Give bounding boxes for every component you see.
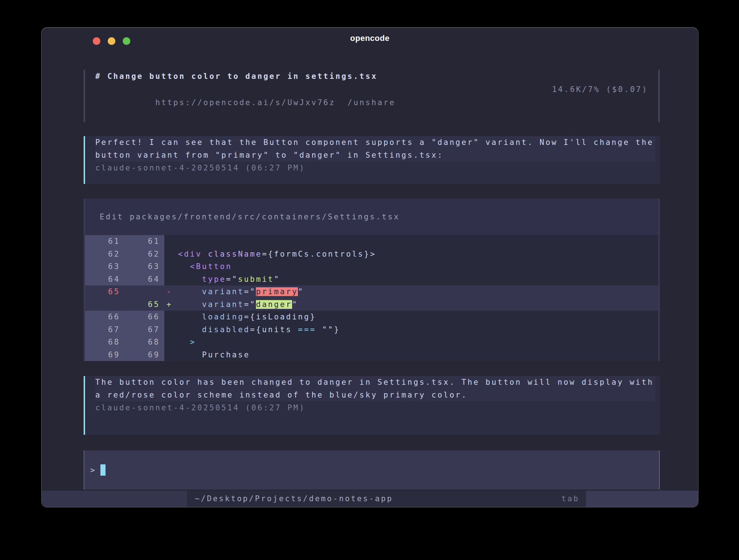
line-number-new: 66 — [124, 311, 164, 323]
diff-marker — [164, 248, 172, 261]
line-number-old: 61 — [85, 235, 124, 248]
line-number-new: 62 — [124, 248, 164, 261]
code-line: > — [172, 336, 658, 349]
opencode-window: opencode # Change button color to danger… — [41, 27, 698, 507]
assistant-message: The button color has been changed to dan… — [84, 376, 660, 435]
code-line: Purchase — [172, 349, 658, 361]
diff-row: 65+ variant="danger" — [85, 298, 658, 311]
prompt-input[interactable]: > — [84, 450, 660, 490]
line-number-old: 65 — [85, 285, 124, 298]
line-number-new: 69 — [124, 349, 164, 361]
line-number-new: 68 — [124, 336, 164, 349]
diff-row: 6161 — [85, 235, 658, 248]
edit-tool-title: Edit packages/frontend/src/containers/Se… — [85, 199, 658, 235]
line-number-new: 61 — [124, 235, 164, 248]
message-text: Perfect! I can see that the Button compo… — [95, 136, 655, 162]
conversation-pane: # Change button color to danger in setti… — [84, 28, 660, 507]
diff-marker — [164, 323, 172, 336]
diff-row: 6868 > — [85, 336, 658, 349]
context-stats: 14.6K/7% ($0.07) — [552, 83, 648, 122]
prompt-symbol: > — [90, 466, 96, 475]
diff-marker: + — [164, 298, 172, 311]
diff-marker — [164, 260, 172, 273]
code-line: variant="primary" — [172, 285, 658, 298]
working-directory: ~/Desktop/Projects/demo-notes-app — [195, 491, 562, 507]
code-line: variant="danger" — [172, 298, 658, 311]
diff-row: 6767 disabled={units === ""} — [85, 323, 658, 336]
edit-tool-card: Edit packages/frontend/src/containers/Se… — [84, 199, 660, 361]
diff-row: 6666 loading={isLoading} — [85, 311, 658, 323]
diff-marker — [164, 311, 172, 323]
diff-marker — [164, 273, 172, 286]
line-number-old: 68 — [85, 336, 124, 349]
diff-marker — [164, 235, 172, 248]
message-meta: claude-sonnet-4-20250514 (06:27 PM) — [95, 162, 655, 174]
diff-row: 6363 <Button — [85, 260, 658, 273]
message-text: The button color has been changed to dan… — [95, 376, 655, 402]
line-number-new — [124, 285, 164, 298]
diff-marker: - — [164, 285, 172, 298]
diff-marker — [164, 349, 172, 361]
line-number-old: 69 — [85, 349, 124, 361]
line-number-new: 63 — [124, 260, 164, 273]
code-line: <div className={formCs.controls}> — [172, 248, 658, 261]
line-number-new: 67 — [124, 323, 164, 336]
status-bar: opencode v0.3.11 ~/Desktop/Projects/demo… — [42, 491, 698, 507]
mode-toggle[interactable]: BUILD MODE — [586, 491, 698, 507]
code-line: disabled={units === ""} — [172, 323, 658, 336]
code-line — [172, 235, 658, 248]
code-line: loading={isLoading} — [172, 311, 658, 323]
session-header: # Change button color to danger in setti… — [84, 70, 660, 122]
text-cursor — [100, 464, 106, 476]
line-number-old: 64 — [85, 273, 124, 286]
session-title: # Change button color to danger in setti… — [95, 70, 378, 83]
code-line: type="submit" — [172, 273, 658, 286]
share-url[interactable]: https://opencode.ai/s/UwJxv76z — [155, 98, 335, 107]
tab-key-hint: tab — [562, 491, 579, 507]
diff-row: 65- variant="primary" — [85, 285, 658, 298]
diff-rows: 61616262 <div className={formCs.controls… — [85, 235, 658, 361]
diff-marker — [164, 336, 172, 349]
line-number-old: 66 — [85, 311, 124, 323]
line-number-new: 64 — [124, 273, 164, 286]
diff-row: 6464 type="submit" — [85, 273, 658, 286]
line-number-old: 67 — [85, 323, 124, 336]
line-number-old: 63 — [85, 260, 124, 273]
unshare-command[interactable]: /unshare — [348, 98, 396, 107]
diff-row: 6969 Purchase — [85, 349, 658, 361]
assistant-message: Perfect! I can see that the Button compo… — [84, 136, 660, 184]
line-number-new: 65 — [124, 298, 164, 311]
message-meta: claude-sonnet-4-20250514 (06:27 PM) — [95, 402, 655, 414]
diff-row: 6262 <div className={formCs.controls}> — [85, 248, 658, 261]
line-number-old: 62 — [85, 248, 124, 261]
app-brand: opencode v0.3.11 — [42, 491, 187, 507]
code-line: <Button — [172, 260, 658, 273]
line-number-old — [85, 298, 124, 311]
